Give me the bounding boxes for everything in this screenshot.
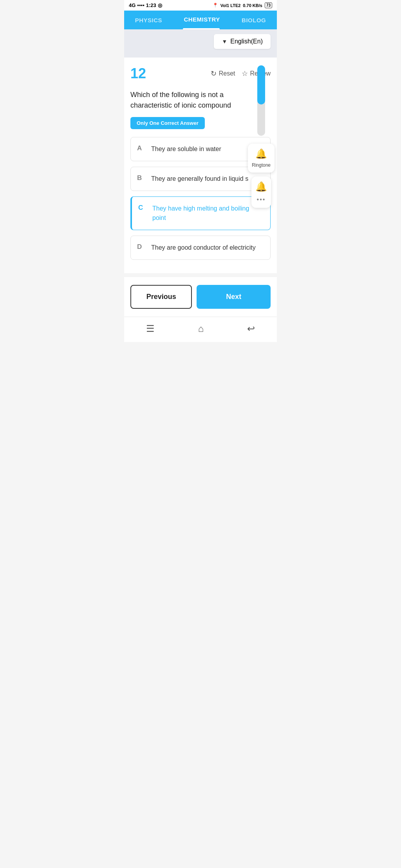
time-display: 1:23 bbox=[146, 2, 156, 8]
status-bar: 4G ▪▪▪▪ 1:23 ◎ 📍 Vol1 LTE2 0.70 KB/s 73 bbox=[124, 0, 277, 11]
bottom-nav: ☰ ⌂ ↩ bbox=[124, 317, 277, 342]
bell-icon[interactable]: 🔔 bbox=[255, 148, 267, 159]
reset-button[interactable]: ↻ Reset bbox=[211, 69, 235, 78]
back-icon[interactable]: ↩ bbox=[247, 323, 255, 334]
tab-bar: PHYSICS CHEMISTRY BIOLOG bbox=[124, 11, 277, 29]
language-bar: ▼ English(En) bbox=[124, 29, 277, 54]
tab-chemistry[interactable]: CHEMISTRY bbox=[176, 11, 228, 28]
ringtone-label: Ringtone bbox=[252, 162, 271, 168]
signal-icon: 4G bbox=[129, 2, 135, 8]
lte-indicator: Vol1 LTE2 bbox=[220, 3, 241, 8]
battery-indicator: 73 bbox=[265, 2, 272, 8]
navigation-buttons: Previous Next bbox=[124, 277, 277, 317]
option-b-text: They are generally found in liquid s bbox=[151, 174, 248, 184]
previous-button[interactable]: Previous bbox=[130, 285, 192, 309]
ringtone-panel: 🔔 Ringtone bbox=[248, 144, 275, 173]
question-content: 🔔 Ringtone 🔔 ••• 12 ↻ Reset ☆ Review Whi… bbox=[124, 58, 277, 273]
status-left: 4G ▪▪▪▪ 1:23 ◎ bbox=[129, 2, 162, 8]
next-button[interactable]: Next bbox=[197, 285, 271, 309]
do-not-disturb-icon: ◎ bbox=[158, 2, 162, 8]
scrollbar-thumb[interactable] bbox=[257, 65, 265, 104]
status-right: 📍 Vol1 LTE2 0.70 KB/s 73 bbox=[213, 2, 272, 8]
option-d-label: D bbox=[137, 243, 145, 251]
mini-side-panel: 🔔 ••• bbox=[251, 176, 271, 208]
location-icon: 📍 bbox=[213, 3, 218, 8]
tab-biology[interactable]: BIOLOG bbox=[234, 11, 274, 29]
question-number: 12 bbox=[130, 65, 146, 82]
separator bbox=[124, 54, 277, 58]
option-d-text: They are good conductor of electricity bbox=[151, 243, 256, 252]
option-d[interactable]: D They are good conductor of electricity bbox=[130, 236, 271, 260]
menu-icon[interactable]: ☰ bbox=[146, 323, 155, 334]
speed-indicator: 0.70 KB/s bbox=[243, 3, 262, 8]
option-c-label: C bbox=[138, 204, 146, 212]
network-bars: ▪▪▪▪ bbox=[137, 2, 144, 8]
bell-outline-icon[interactable]: 🔔 bbox=[255, 181, 267, 192]
home-icon[interactable]: ⌂ bbox=[198, 323, 204, 334]
language-label: English(En) bbox=[230, 38, 263, 45]
reset-icon: ↻ bbox=[211, 69, 217, 78]
answer-type-badge: Only One Correct Answer bbox=[130, 117, 205, 129]
chevron-down-icon: ▼ bbox=[222, 38, 227, 45]
tab-physics[interactable]: PHYSICS bbox=[127, 11, 170, 29]
option-a-text: They are soluble in water bbox=[151, 144, 221, 154]
side-panel: 🔔 Ringtone 🔔 ••• bbox=[246, 65, 277, 208]
more-options-icon[interactable]: ••• bbox=[257, 196, 266, 203]
language-selector[interactable]: ▼ English(En) bbox=[214, 34, 271, 49]
option-a-label: A bbox=[137, 144, 145, 152]
scrollbar-track[interactable] bbox=[257, 65, 265, 136]
option-b-label: B bbox=[137, 174, 145, 182]
